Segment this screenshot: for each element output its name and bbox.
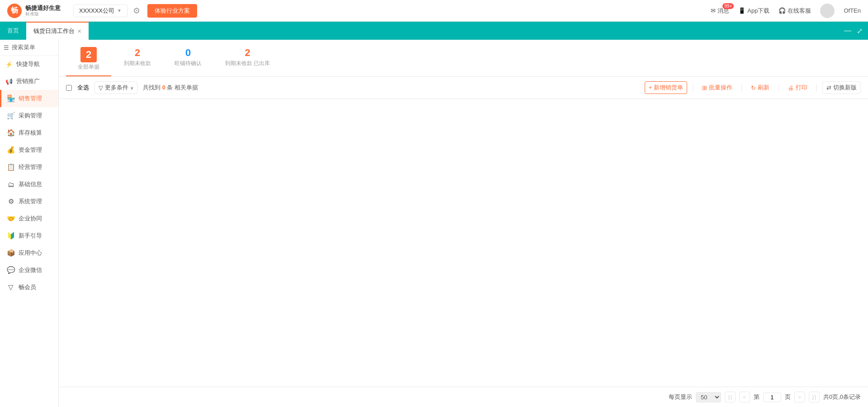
member-icon: ▽ (7, 283, 15, 291)
top-header: 畅 畅捷通好生意 标准版 XXXXXX公司 ▼ ⚙ 体验行业方案 ✉ 消息 99… (0, 0, 868, 22)
sidebar-item-operation[interactable]: 📋 经营管理 (0, 159, 58, 176)
found-count: 0 (162, 84, 165, 91)
finance-icon: 💰 (7, 146, 15, 154)
switch-version-button[interactable]: ⇄ 切换新版 (822, 81, 861, 94)
service-label: 在线客服 (788, 7, 811, 15)
stat-number-overdue-out: 2 (245, 47, 250, 59)
toolbar: 全选 ▽ 更多条件 ∨ 共找到 0 条 相关单据 + 新增销货单 ⊞ 批量操作 (59, 77, 868, 99)
last-page-button[interactable]: ⟩⟩ (809, 392, 820, 402)
toolbar-right: + 新增销货单 ⊞ 批量操作 ↻ 刷新 🖨 打印 (645, 81, 861, 94)
message-icon: ✉ (711, 7, 716, 14)
trial-button[interactable]: 体验行业方案 (147, 4, 197, 18)
tab-home[interactable]: 首页 (0, 22, 26, 40)
filter-icon: ▽ (99, 84, 103, 91)
page-label: 第 (754, 393, 760, 401)
stat-number-overdue: 2 (135, 47, 140, 59)
stat-number-all: 2 (86, 49, 91, 60)
stat-tab-all[interactable]: 2 全部单据 (66, 43, 111, 76)
user-name: OfTEn (844, 7, 861, 14)
table-area (59, 99, 868, 387)
filter-arrow-icon: ∨ (130, 85, 133, 90)
search-icon: ☰ (4, 44, 9, 51)
found-text: 共找到 0 条 相关单据 (143, 84, 198, 92)
message-badge: 99+ (722, 3, 734, 9)
company-selector[interactable]: XXXXXX公司 ▼ (73, 5, 127, 17)
app-download-btn[interactable]: 📱 App下载 (738, 7, 769, 15)
logo-icon: 畅 (7, 4, 22, 18)
page-suffix: 页 (785, 393, 791, 401)
divider3 (778, 84, 779, 91)
tab-work-station[interactable]: 钱货日清工作台 ✕ (26, 22, 89, 40)
tab-bar: 首页 钱货日清工作台 ✕ — ⤢ (0, 22, 868, 40)
logo-main: 畅捷通好生意 (25, 5, 61, 12)
search-menu-btn[interactable]: ☰ 搜索菜单 (0, 40, 58, 56)
refresh-icon: ↻ (751, 84, 756, 91)
basic-icon: 🗂 (7, 181, 15, 188)
divider4 (816, 84, 817, 91)
select-all-checkbox[interactable] (66, 85, 72, 91)
sidebar-item-sales[interactable]: 🏪 销售管理 (0, 90, 58, 107)
guide-icon: 🔰 (7, 232, 15, 240)
sidebar-item-member[interactable]: ▽ 畅会员 (0, 279, 58, 296)
sidebar-item-quick-nav[interactable]: ⚡ 快捷导航 (0, 56, 58, 73)
first-page-button[interactable]: ⟨⟨ (725, 392, 736, 402)
stat-number-pending: 0 (185, 47, 191, 59)
tab-controls: — ⤢ (844, 27, 868, 35)
refresh-button[interactable]: ↻ 刷新 (747, 82, 773, 94)
app-center-icon: 📦 (7, 249, 15, 257)
app-icon: 📱 (738, 7, 745, 14)
minimize-icon[interactable]: — (844, 27, 851, 35)
content-area: 2 全部单据 2 到期未收款 0 旺铺待确认 2 到期未收款 已出库 全选 ▽ (59, 40, 868, 407)
stat-tab-pending[interactable]: 0 旺铺待确认 (164, 43, 212, 76)
print-icon: 🖨 (788, 84, 794, 91)
batch-icon: ⊞ (702, 84, 707, 91)
online-service-btn[interactable]: 🎧 在线客服 (778, 7, 811, 15)
pagination: 每页显示 50 10 20 100 ⟨⟨ ＜ 第 页 ＞ ⟩⟩ 共0页,0条记录 (59, 387, 868, 407)
print-button[interactable]: 🖨 打印 (784, 82, 811, 94)
filter-button[interactable]: ▽ 更多条件 ∨ (94, 81, 137, 94)
batch-operation-button[interactable]: ⊞ 批量操作 (698, 82, 736, 94)
sidebar-item-system[interactable]: ⚙ 系统管理 (0, 193, 58, 210)
tab-close-icon[interactable]: ✕ (77, 28, 81, 34)
prev-page-button[interactable]: ＜ (739, 392, 750, 402)
maximize-icon[interactable]: ⤢ (857, 27, 863, 35)
header-right: ✉ 消息 99+ 📱 App下载 🎧 在线客服 OfTEn (711, 4, 861, 18)
stat-label-overdue: 到期未收款 (124, 60, 151, 67)
quick-nav-icon: ⚡ (5, 61, 13, 68)
operation-icon: 📋 (7, 163, 15, 171)
stat-label-overdue-out: 到期未收款 已出库 (225, 60, 270, 67)
purchase-icon: 🛒 (7, 112, 15, 120)
wechat-icon: 💬 (7, 266, 15, 274)
sales-icon: 🏪 (7, 94, 15, 103)
inventory-icon: 🏠 (7, 129, 15, 137)
page-size-select[interactable]: 50 10 20 100 (696, 392, 721, 402)
system-icon: ⚙ (7, 197, 15, 206)
page-number-input[interactable] (763, 393, 781, 402)
stat-label-pending: 旺铺待确认 (175, 60, 202, 67)
message-btn[interactable]: ✉ 消息 99+ (711, 7, 729, 15)
avatar[interactable] (820, 4, 835, 18)
sidebar-item-basic[interactable]: 🗂 基础信息 (0, 176, 58, 193)
sidebar-item-collab[interactable]: 🤝 企业协同 (0, 210, 58, 227)
add-sales-order-button[interactable]: + 新增销货单 (645, 81, 687, 94)
sidebar-item-finance[interactable]: 💰 资金管理 (0, 141, 58, 159)
stat-tab-overdue-out[interactable]: 2 到期未收款 已出库 (214, 43, 281, 76)
chevron-down-icon: ▼ (117, 8, 122, 13)
stat-tab-overdue[interactable]: 2 到期未收款 (113, 43, 162, 76)
sidebar-item-wechat[interactable]: 💬 企业微信 (0, 262, 58, 279)
service-icon: 🎧 (778, 7, 786, 14)
sidebar-item-marketing[interactable]: 📢 营销推广 (0, 73, 58, 90)
logo-area: 畅 畅捷通好生意 标准版 (7, 4, 66, 18)
settings-icon[interactable]: ⚙ (133, 6, 140, 16)
collab-icon: 🤝 (7, 215, 15, 223)
page-size-label: 每页显示 (669, 393, 692, 401)
sidebar-item-guide[interactable]: 🔰 新手引导 (0, 227, 58, 244)
select-all-label: 全选 (77, 84, 89, 92)
switch-icon: ⇄ (826, 84, 831, 91)
sidebar-item-inventory[interactable]: 🏠 库存核算 (0, 124, 58, 141)
total-records: 共0页,0条记录 (823, 393, 861, 401)
divider2 (741, 84, 742, 91)
next-page-button[interactable]: ＞ (794, 392, 805, 402)
sidebar-item-app-center[interactable]: 📦 应用中心 (0, 244, 58, 262)
sidebar-item-purchase[interactable]: 🛒 采购管理 (0, 107, 58, 124)
